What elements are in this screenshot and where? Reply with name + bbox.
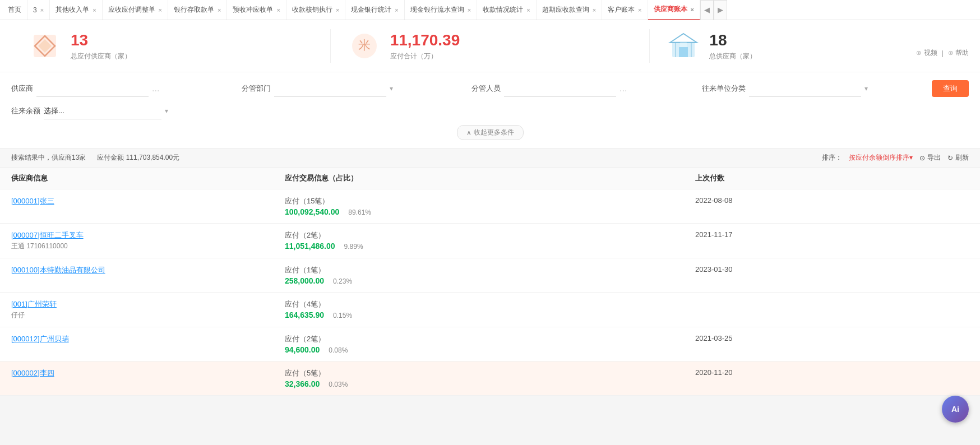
- nav-tab-3[interactable]: 3 ×: [27, 0, 50, 20]
- supplier-info-3: [000100]本特勤油品有限公司: [11, 265, 285, 275]
- supplier-link-6[interactable]: [000002]李四: [11, 368, 285, 378]
- supplier-dots-icon[interactable]: ...: [152, 84, 159, 94]
- transaction-info-6: 应付（5笔） 32,366.00 0.03%: [285, 368, 695, 388]
- nav-arrow-left[interactable]: ◀: [700, 0, 714, 20]
- trans-percent-3: 0.23%: [333, 277, 352, 285]
- close-icon[interactable]: ×: [468, 7, 471, 13]
- supplier-link-3[interactable]: [000100]本特勤油品有限公司: [11, 265, 285, 275]
- close-icon[interactable]: ×: [159, 7, 162, 13]
- trans-count-5: 应付（2笔）: [285, 334, 695, 344]
- nav-arrow-right[interactable]: ▶: [714, 0, 727, 20]
- summary-card-total-suppliers: 18 总供应商（家）: [650, 29, 969, 63]
- table-area: 供应商信息 应付交易信息（占比） 上次付数 [000001]张三 应付（15笔）…: [0, 168, 980, 396]
- trans-percent-4: 0.15%: [333, 312, 352, 319]
- balance-label: 往来余额: [11, 106, 40, 116]
- close-icon[interactable]: ×: [638, 7, 641, 13]
- nav-tab-cash-bank-stat-label: 现金银行统计: [351, 5, 391, 15]
- filter-supplier: 供应商 ...: [11, 80, 233, 97]
- help-icon: ⊙: [948, 49, 954, 57]
- lastpay-5: 2021-03-25: [695, 334, 969, 342]
- nav-tab-bank-deposit[interactable]: 银行存取款单 ×: [168, 0, 227, 20]
- export-button[interactable]: ⊙ 导出: [919, 153, 941, 163]
- supplier-code-6[interactable]: [000002]李四: [11, 369, 54, 377]
- collapse-button[interactable]: ∧ 收起更多条件: [457, 125, 524, 140]
- lastpay-date-2: 2021-11-17: [695, 230, 733, 239]
- supplier-link-1[interactable]: [000001]张三: [11, 196, 285, 206]
- supplier-sub-4: 仔仔: [11, 310, 285, 320]
- nav-tab-cash-bank-stat[interactable]: 现金银行统计 ×: [345, 0, 404, 20]
- close-icon[interactable]: ×: [691, 6, 694, 13]
- summary-card-payable-suppliers: 13 总应付供应商（家）: [11, 29, 331, 63]
- refresh-button[interactable]: ↻ 刷新: [947, 153, 969, 163]
- video-label: 视频: [924, 49, 937, 57]
- header-lastpay: 上次付数: [695, 173, 969, 183]
- nav-tab-home[interactable]: 首页: [2, 0, 27, 20]
- close-icon[interactable]: ×: [395, 7, 398, 13]
- trans-percent-5: 0.08%: [329, 346, 348, 354]
- transaction-info-3: 应付（1笔） 258,000.00 0.23%: [285, 265, 695, 285]
- trans-count-2: 应付（2笔）: [285, 230, 695, 240]
- nav-tab-cash-bank-flow-label: 现金银行流水查询: [410, 5, 464, 15]
- table-row: [000002]李四 应付（5笔） 32,366.00 0.03% 2020-1…: [0, 361, 980, 396]
- supplier-code-4[interactable]: [001]广州荣轩: [11, 300, 57, 308]
- nav-tab-receipt-verify[interactable]: 收款核销执行 ×: [286, 0, 345, 20]
- search-button[interactable]: 查询: [932, 80, 969, 97]
- supplier-code-1[interactable]: [000001]张三: [11, 197, 54, 205]
- person-input[interactable]: [504, 80, 616, 97]
- lastpay-6: 2020-11-20: [695, 368, 969, 377]
- payable-suppliers-value: 13: [71, 31, 131, 49]
- help-link[interactable]: ⊙ 帮助: [948, 48, 969, 58]
- close-icon[interactable]: ×: [593, 7, 596, 13]
- nav-tab-overdue-ar[interactable]: 超期应收款查询 ×: [537, 0, 602, 20]
- nav-tab-other-income[interactable]: 其他收入单 ×: [50, 0, 102, 20]
- balance-select[interactable]: 选择...: [44, 103, 161, 119]
- category-input[interactable]: [749, 80, 861, 97]
- nav-tab-customer-book[interactable]: 客户账本 ×: [602, 0, 648, 20]
- table-header: 供应商信息 应付交易信息（占比） 上次付数: [0, 168, 980, 189]
- supplier-link-2[interactable]: [000007]恒旺二手叉车: [11, 230, 285, 240]
- supplier-input[interactable]: [36, 80, 149, 97]
- sort-value-text[interactable]: 按应付余额倒序排序▾: [849, 153, 913, 163]
- close-icon[interactable]: ×: [218, 7, 221, 13]
- nav-tab-supplier-book[interactable]: 供应商账本 ×: [648, 0, 700, 20]
- lastpay-date-6: 2020-11-20: [695, 368, 733, 377]
- nav-tab-prepaid-offset-label: 预收冲应收单: [233, 5, 273, 15]
- close-icon[interactable]: ×: [40, 7, 44, 13]
- refresh-icon: ↻: [947, 154, 953, 162]
- amount-info-text: 应付金额 111,703,854.00元: [97, 153, 179, 163]
- trans-row-5: 94,600.00 0.08%: [285, 345, 695, 354]
- close-icon[interactable]: ×: [526, 7, 530, 13]
- svg-rect-8: [680, 43, 687, 47]
- close-icon[interactable]: ×: [276, 7, 280, 13]
- close-icon[interactable]: ×: [93, 7, 96, 13]
- trans-row-6: 32,366.00 0.03%: [285, 379, 695, 388]
- nav-tab-prepaid-offset[interactable]: 预收冲应收单 ×: [227, 0, 286, 20]
- collapse-bar: ∧ 收起更多条件: [11, 125, 969, 140]
- supplier-code-3[interactable]: [000100]本特勤油品有限公司: [11, 266, 105, 274]
- video-link[interactable]: ⊙ 视频: [916, 48, 937, 58]
- trans-count-3: 应付（1笔）: [285, 265, 695, 275]
- trans-percent-6: 0.03%: [329, 381, 348, 388]
- nav-tab-ar-ap-adjust[interactable]: 应收应付调整单 ×: [103, 0, 168, 20]
- dept-dropdown-icon[interactable]: ▾: [390, 85, 393, 92]
- supplier-link-5[interactable]: [000012]广州贝瑞: [11, 334, 285, 344]
- person-dots-icon[interactable]: ...: [620, 84, 627, 94]
- refresh-label: 刷新: [955, 153, 969, 163]
- close-icon[interactable]: ×: [336, 7, 339, 13]
- rice-icon: 米: [348, 29, 381, 63]
- lastpay-3: 2023-01-30: [695, 265, 969, 274]
- summary-text-total-suppliers: 18 总供应商（家）: [709, 31, 756, 61]
- svg-rect-7: [679, 47, 688, 57]
- category-dropdown-icon[interactable]: ▾: [865, 85, 868, 92]
- trans-amount-1: 100,092,540.00: [285, 207, 339, 216]
- dept-input[interactable]: [274, 80, 386, 97]
- supplier-info-5: [000012]广州贝瑞: [11, 334, 285, 344]
- supplier-link-4[interactable]: [001]广州荣轩: [11, 299, 285, 309]
- supplier-code-2[interactable]: [000007]恒旺二手叉车: [11, 231, 84, 239]
- balance-dropdown-icon[interactable]: ▾: [165, 107, 168, 115]
- trans-amount-2: 11,051,486.00: [285, 242, 335, 251]
- nav-tab-cash-bank-flow[interactable]: 现金银行流水查询 ×: [405, 0, 477, 20]
- nav-tab-home-label: 首页: [8, 5, 21, 15]
- nav-tab-receipt-stat[interactable]: 收款情况统计 ×: [477, 0, 536, 20]
- supplier-code-5[interactable]: [000012]广州贝瑞: [11, 335, 69, 343]
